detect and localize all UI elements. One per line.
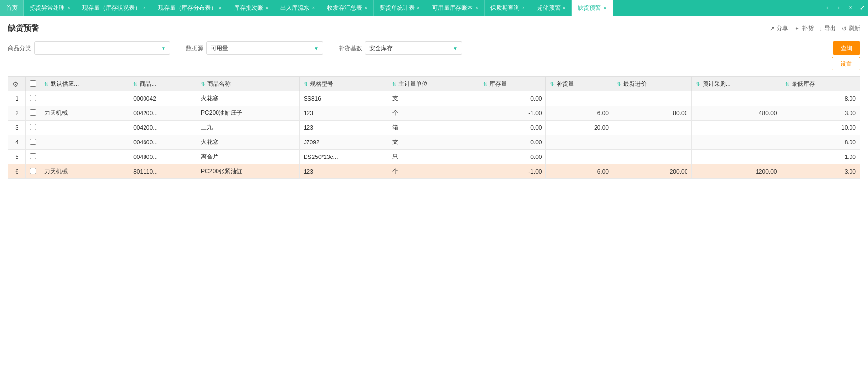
replenish-button[interactable]: ＋ 补货 bbox=[794, 24, 814, 33]
td-goods-code-5: 801110... bbox=[129, 164, 197, 179]
tab-close-batch[interactable]: × bbox=[266, 5, 269, 11]
settings-button[interactable]: 设置 bbox=[832, 57, 860, 70]
datasource-select[interactable]: 可用量 ▼ bbox=[206, 41, 323, 55]
td-checkbox-2[interactable] bbox=[26, 121, 40, 135]
td-unit-5: 个 bbox=[388, 164, 479, 179]
tab-close-available[interactable]: × bbox=[475, 5, 478, 11]
td-est-purchase-1: 480.00 bbox=[692, 106, 781, 121]
share-button[interactable]: ↗ 分享 bbox=[770, 24, 788, 33]
row-checkbox-4[interactable] bbox=[30, 153, 36, 159]
share-icon: ↗ bbox=[770, 25, 775, 32]
th-min-stock[interactable]: ⇅ 最低库存 bbox=[781, 77, 860, 91]
th-unit[interactable]: ⇅ 主计量单位 bbox=[388, 77, 479, 91]
td-est-purchase-2 bbox=[692, 121, 781, 135]
th-goods-code[interactable]: ⇅ 商品... bbox=[129, 77, 197, 91]
main-content: 缺货预警 ↗ 分享 ＋ 补货 ↓ 导出 ↺ 刷新 商品分类 bbox=[0, 16, 868, 387]
select-all-checkbox[interactable] bbox=[30, 80, 36, 87]
tab-expiry[interactable]: 保质期查询 × bbox=[485, 0, 531, 16]
th-est-purchase[interactable]: ⇅ 预计采购... bbox=[692, 77, 781, 91]
tab-close-stock-dist[interactable]: × bbox=[219, 5, 222, 11]
td-checkbox-1[interactable] bbox=[26, 106, 40, 121]
tab-close-abnormal[interactable]: × bbox=[67, 5, 70, 11]
tab-summary[interactable]: 收发存汇总表 × bbox=[321, 0, 374, 16]
row-checkbox-0[interactable] bbox=[30, 95, 36, 101]
th-checkbox bbox=[26, 77, 40, 91]
th-replenish[interactable]: ⇅ 补货量 bbox=[546, 77, 613, 91]
td-unit-4: 只 bbox=[388, 150, 479, 164]
row-checkbox-3[interactable] bbox=[30, 139, 36, 145]
category-select[interactable]: ▼ bbox=[34, 41, 170, 55]
category-filter-group: 商品分类 ▼ bbox=[8, 41, 170, 55]
td-supplier-0 bbox=[40, 91, 129, 106]
td-supplier-5: 力天机械 bbox=[40, 164, 129, 179]
tab-close-stock-status[interactable]: × bbox=[143, 5, 146, 11]
td-checkbox-4[interactable] bbox=[26, 150, 40, 164]
tab-batch[interactable]: 库存批次账 × bbox=[228, 0, 275, 16]
td-spec-2: 123 bbox=[299, 121, 388, 135]
td-min-stock-3: 8.00 bbox=[781, 135, 860, 150]
query-button[interactable]: 查询 bbox=[833, 41, 860, 55]
tab-close-overstock[interactable]: × bbox=[563, 5, 566, 11]
td-row-num-0: 1 bbox=[8, 91, 26, 106]
tab-close-inout[interactable]: × bbox=[312, 5, 315, 11]
td-goods-code-1: 004200... bbox=[129, 106, 197, 121]
row-checkbox-5[interactable] bbox=[30, 168, 36, 174]
sort-min-stock-icon: ⇅ bbox=[785, 81, 789, 87]
td-latest-price-5: 200.00 bbox=[613, 164, 692, 179]
tab-stock-dist[interactable]: 现存量（库存分布表） × bbox=[152, 0, 228, 16]
td-unit-1: 个 bbox=[388, 106, 479, 121]
tab-close-all-btn[interactable]: × bbox=[845, 0, 856, 16]
td-min-stock-0: 8.00 bbox=[781, 91, 860, 106]
tab-home[interactable]: 首页 bbox=[0, 0, 24, 16]
export-button[interactable]: ↓ 导出 bbox=[819, 24, 836, 33]
td-est-purchase-5: 1200.00 bbox=[692, 164, 781, 179]
tab-abnormal[interactable]: 拣货异常处理 × bbox=[24, 0, 76, 16]
td-stock-2: 0.00 bbox=[479, 121, 546, 135]
td-checkbox-3[interactable] bbox=[26, 135, 40, 150]
tab-next-btn[interactable]: › bbox=[833, 0, 845, 16]
td-latest-price-3 bbox=[613, 135, 692, 150]
td-goods-name-3: 火花塞 bbox=[197, 135, 300, 150]
tab-overstock[interactable]: 超储预警 × bbox=[531, 0, 572, 16]
tab-inout[interactable]: 出入库流水 × bbox=[274, 0, 321, 16]
tab-prev-btn[interactable]: ‹ bbox=[821, 0, 833, 16]
td-goods-code-2: 004200... bbox=[129, 121, 197, 135]
th-spec[interactable]: ⇅ 规格型号 bbox=[299, 77, 388, 91]
tab-shortage[interactable]: 缺货预警 × bbox=[572, 0, 613, 16]
tab-close-summary[interactable]: × bbox=[364, 5, 367, 11]
td-goods-name-5: PC200张紧油缸 bbox=[197, 164, 300, 179]
row-checkbox-1[interactable] bbox=[30, 109, 36, 116]
td-unit-2: 箱 bbox=[388, 121, 479, 135]
tab-fullscreen-btn[interactable]: ⤢ bbox=[856, 0, 868, 16]
export-icon: ↓ bbox=[819, 25, 822, 32]
th-settings: ⚙ bbox=[8, 77, 26, 91]
tab-close-shortage[interactable]: × bbox=[603, 5, 606, 11]
datasource-arrow-icon: ▼ bbox=[314, 46, 319, 51]
tab-available[interactable]: 可用量库存账本 × bbox=[426, 0, 485, 16]
table-row: 3 004200... 三九 123 箱 0.00 20.00 10.00 bbox=[8, 121, 860, 135]
th-goods-name[interactable]: ⇅ 商品名称 bbox=[197, 77, 300, 91]
td-supplier-4 bbox=[40, 150, 129, 164]
settings-gear-icon[interactable]: ⚙ bbox=[12, 80, 18, 88]
tab-close-order-stat[interactable]: × bbox=[417, 5, 420, 11]
td-replenish-4 bbox=[546, 150, 613, 164]
table-row: 1 0000042 火花塞 SS816 支 0.00 8.00 bbox=[8, 91, 860, 106]
th-supplier[interactable]: ⇅ 默认供应... bbox=[40, 77, 129, 91]
tab-close-expiry[interactable]: × bbox=[522, 5, 525, 11]
td-replenish-0 bbox=[546, 91, 613, 106]
td-checkbox-5[interactable] bbox=[26, 164, 40, 179]
th-latest-price[interactable]: ⇅ 最新进价 bbox=[613, 77, 692, 91]
page-title: 缺货预警 bbox=[8, 23, 39, 34]
td-checkbox-0[interactable] bbox=[26, 91, 40, 106]
tab-order-stat[interactable]: 要货单统计表 × bbox=[374, 0, 426, 16]
td-supplier-2 bbox=[40, 121, 129, 135]
row-checkbox-2[interactable] bbox=[30, 124, 36, 130]
td-stock-5: -1.00 bbox=[479, 164, 546, 179]
td-stock-0: 0.00 bbox=[479, 91, 546, 106]
category-arrow-icon: ▼ bbox=[161, 46, 166, 51]
refresh-button[interactable]: ↺ 刷新 bbox=[842, 24, 860, 33]
th-stock[interactable]: ⇅ 库存量 bbox=[479, 77, 546, 91]
replenish-base-select[interactable]: 安全库存 ▼ bbox=[365, 41, 462, 55]
table-row: 4 004600... 火花塞 J7092 支 0.00 8.00 bbox=[8, 135, 860, 150]
tab-stock-status[interactable]: 现存量（库存状况表） × bbox=[76, 0, 152, 16]
